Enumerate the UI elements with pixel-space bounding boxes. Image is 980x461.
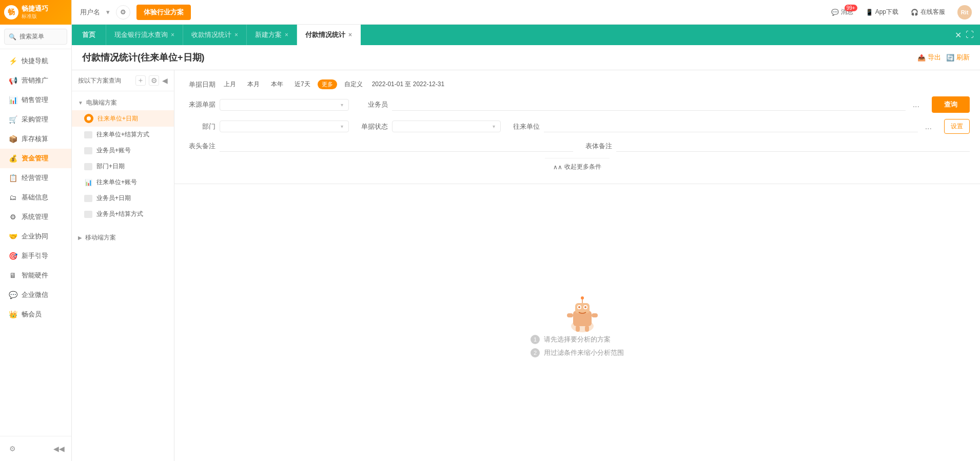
svg-rect-11 (576, 326, 580, 332)
body-note-input[interactable] (616, 140, 970, 152)
header-note-input[interactable] (220, 140, 573, 152)
scheme-settings-button[interactable]: ⚙ (149, 75, 159, 86)
scheme-collapse-icon: ◀ (162, 76, 168, 85)
refresh-button[interactable]: 🔄 刷新 (946, 53, 970, 62)
sidebar-item-quick-nav[interactable]: ⚡ 快捷导航 (0, 51, 71, 71)
dept-label: 部门 (185, 122, 215, 131)
salesman-label: 业务员 (357, 100, 388, 109)
finance-icon: 💰 (8, 154, 17, 163)
sidebar-settings-button[interactable]: ⚙ (5, 442, 19, 456)
filter-dept-item: 部门 ▾ (185, 121, 349, 132)
date-custom-btn[interactable]: 自定义 (340, 78, 367, 90)
tab-cashflow[interactable]: 现金银行流水查询 × (106, 25, 183, 45)
sidebar-item-marketing[interactable]: 📢 营销推广 (0, 71, 71, 90)
scheme-panel-actions: ＋ ⚙ ◀ (135, 75, 168, 86)
service-label: 在线客服 (920, 8, 945, 16)
salesman-input[interactable] (392, 99, 906, 111)
date-7days-btn[interactable]: 近7天 (290, 78, 315, 90)
date-more-btn[interactable]: 更多 (318, 79, 337, 89)
tab-home-label: 首页 (82, 30, 95, 39)
scheme-item-dept-date[interactable]: 部门+日期 (72, 158, 174, 174)
sidebar-item-sales[interactable]: 📊 销售管理 (0, 90, 71, 110)
trial-btn[interactable]: 体验行业方案 (136, 5, 191, 20)
filter-source-item: 来源单据 ▾ (185, 99, 349, 111)
tab-new-plan-close-icon[interactable]: × (285, 31, 288, 38)
scheme-panel-collapse-button[interactable]: ◀ (162, 76, 168, 85)
sidebar-item-hardware[interactable]: 🖥 智能硬件 (0, 266, 71, 285)
sidebar-item-wechat[interactable]: 💬 企业微信 (0, 285, 71, 305)
scheme-item-salesman-date[interactable]: 业务员+日期 (72, 190, 174, 206)
sidebar-item-member[interactable]: 👑 畅会员 (0, 305, 71, 324)
sidebar-item-finance[interactable]: 💰 资金管理 (0, 149, 71, 168)
close-tab-action[interactable]: ✕ (955, 30, 962, 40)
scheme-item-salesman-settle[interactable]: 业务员+结算方式 (72, 206, 174, 222)
page-header-actions: 📤 导出 🔄 刷新 (917, 53, 970, 62)
sidebar-item-purchase[interactable]: 🛒 采购管理 (0, 110, 71, 129)
sidebar: 畅 畅捷通巧 标准版 🔍 搜索菜单 ⚡ 快捷导航 📢 营销推广 📊 销售管理 🛒… (0, 0, 72, 461)
status-select[interactable]: ▾ (392, 121, 501, 132)
tab-cashflow-label: 现金银行流水查询 (114, 30, 168, 39)
mobile-section-arrow: ▶ (78, 235, 82, 240)
tab-home[interactable]: 首页 (72, 25, 106, 45)
sidebar-collapse-button[interactable]: ◀◀ (52, 442, 66, 456)
scheme-mobile-section-header[interactable]: ▶ 移动端方案 (72, 230, 174, 245)
topbar-avatar[interactable]: Rit (957, 5, 972, 19)
date-last-month-btn[interactable]: 上月 (220, 78, 240, 90)
enterprise-icon: 🤝 (8, 232, 17, 241)
scheme-item-counterpart-account[interactable]: 📊 往来单位+账号 (72, 174, 174, 190)
query-button[interactable]: 查询 (932, 96, 970, 113)
scheme-item-label: 业务员+账号 (96, 146, 131, 155)
salesman-dots-btn[interactable]: ... (913, 100, 919, 109)
scheme-panel-header: 按以下方案查询 ＋ ⚙ ◀ (72, 70, 174, 91)
tab-receipts-close-icon[interactable]: × (234, 31, 238, 38)
scheme-item-counterpart-date[interactable]: 往来单位+日期 (72, 110, 174, 127)
sidebar-item-basic[interactable]: 🗂 基础信息 (0, 188, 71, 207)
scheme-item-counterpart-settle[interactable]: 往来单位+结算方式 (72, 127, 174, 143)
tab-receipts[interactable]: 收款情况统计 × (183, 25, 247, 45)
svg-rect-12 (585, 326, 589, 332)
settings-button[interactable]: 设置 (944, 119, 970, 134)
tab-cashflow-close-icon[interactable]: × (171, 31, 174, 38)
topbar-gear-button[interactable]: ⚙ (116, 5, 130, 19)
scheme-item-salesman-account[interactable]: 业务员+账号 (72, 143, 174, 158)
user-name: 用户名 (80, 8, 100, 17)
tab-payments-close-icon[interactable]: × (348, 31, 352, 38)
sidebar-item-guide[interactable]: 🎯 新手引导 (0, 246, 71, 266)
sidebar-item-label: 系统管理 (22, 212, 48, 222)
mobile-section-label: 移动端方案 (85, 233, 116, 242)
counterpart-dots-btn[interactable]: ... (925, 122, 932, 131)
topbar-app-download-btn[interactable]: 📱 App下载 (866, 8, 898, 16)
export-button[interactable]: 📤 导出 (917, 53, 941, 62)
date-this-month-btn[interactable]: 本月 (243, 78, 264, 90)
fullscreen-tab-action[interactable]: ⛶ (966, 30, 974, 39)
sidebar-item-label: 快捷导航 (22, 56, 48, 66)
topbar-message-btn[interactable]: 💬 消息 99+ (831, 8, 853, 16)
collapse-conditions-button[interactable]: ∧∧ 收起更多条件 (545, 158, 610, 175)
scheme-add-button[interactable]: ＋ (135, 75, 146, 86)
sidebar-item-enterprise[interactable]: 🤝 企业协同 (0, 227, 71, 246)
topbar-service-btn[interactable]: 🎧 在线客服 (911, 8, 945, 16)
sidebar-item-operation[interactable]: 📋 经营管理 (0, 168, 71, 188)
counterpart-input[interactable] (544, 121, 918, 132)
inventory-icon: 📦 (8, 134, 17, 144)
dept-select[interactable]: ▾ (220, 121, 349, 132)
table-icon-2 (84, 147, 92, 154)
sidebar-item-inventory[interactable]: 📦 库存核算 (0, 129, 71, 149)
refresh-icon: 🔄 (946, 54, 954, 62)
sidebar-brand: 畅捷通巧 标准版 (22, 5, 48, 20)
filter-result-panel: 单据日期 上月 本月 本年 近7天 更多 自定义 2022-01-01 至 20… (174, 70, 980, 461)
topbar-dropdown-btn[interactable]: ▾ (106, 8, 110, 16)
date-this-year-btn[interactable]: 本年 (267, 78, 287, 90)
scheme-desktop-section-header[interactable]: ▼ 电脑端方案 (72, 95, 174, 110)
sidebar-item-label: 经营管理 (22, 173, 48, 183)
tab-payments[interactable]: 付款情况统计 × (297, 25, 361, 45)
scheme-item-label: 往来单位+结算方式 (96, 130, 149, 139)
collapse-up-icon: ∧∧ (553, 164, 562, 171)
tab-new-plan[interactable]: 新建方案 × (247, 25, 297, 45)
sidebar-item-system[interactable]: ⚙ 系统管理 (0, 207, 71, 227)
scheme-mobile-section: ▶ 移动端方案 (72, 226, 174, 249)
search-menu-button[interactable]: 🔍 搜索菜单 (4, 29, 67, 45)
scheme-panel-title: 按以下方案查询 (78, 76, 121, 85)
service-icon: 🎧 (911, 9, 918, 16)
source-select[interactable]: ▾ (220, 99, 349, 111)
